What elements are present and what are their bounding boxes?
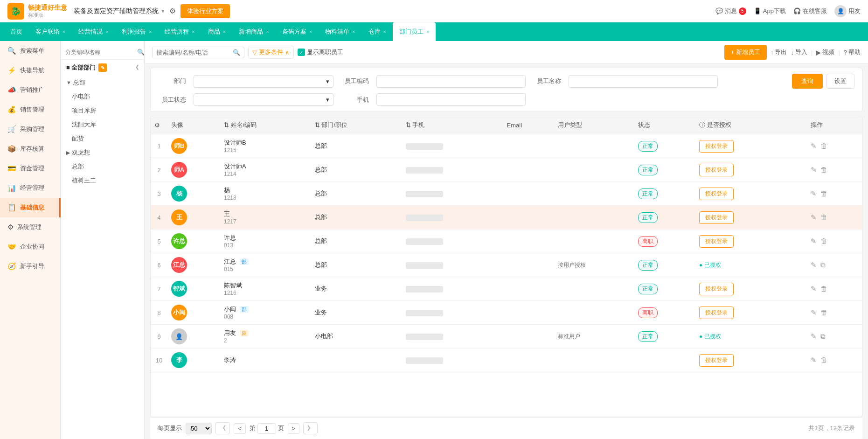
auth-button[interactable]: 授权登录 (699, 354, 734, 367)
auth-button[interactable]: 授权登录 (699, 164, 734, 176)
dept-item-xiaodian[interactable]: 小电部 (61, 90, 144, 104)
tab-home[interactable]: 首页 (4, 22, 29, 41)
close-icon[interactable]: × (105, 29, 108, 35)
close-icon[interactable]: × (426, 29, 429, 35)
edit-icon[interactable]: ✎ (811, 142, 817, 150)
sidebar-item-system[interactable]: ⚙ 系统管理 (0, 217, 61, 237)
phone-input[interactable] (376, 93, 526, 106)
tab-barcode[interactable]: 条码方案× (276, 22, 319, 41)
delete-icon[interactable]: 🗑 (820, 356, 827, 364)
edit-icon[interactable]: ✎ (811, 356, 817, 364)
sidebar-item-quicknav[interactable]: ⚡ 快捷导航 (0, 61, 61, 80)
set-button[interactable]: 设置 (826, 74, 854, 89)
copy-icon[interactable]: ⧉ (820, 261, 826, 269)
emp-name-input[interactable] (569, 75, 718, 88)
close-icon[interactable]: × (383, 29, 386, 35)
prev-page-btn[interactable]: < (234, 423, 246, 434)
dept-edit-icon[interactable]: ✎ (98, 63, 107, 72)
add-employee-button[interactable]: + 新增员工 (724, 45, 767, 60)
auth-button[interactable]: 授权登录 (699, 211, 734, 224)
close-icon[interactable]: × (149, 29, 152, 35)
delete-icon[interactable]: 🗑 (820, 189, 827, 198)
page-size-select[interactable]: 50 100 200 (186, 423, 212, 434)
auth-button[interactable]: 授权登录 (699, 235, 734, 248)
edit-icon[interactable]: ✎ (811, 213, 817, 222)
auth-button[interactable]: 授权登录 (699, 188, 734, 200)
dept-item-xiangmu[interactable]: 项目库房 (61, 104, 144, 118)
delete-icon[interactable]: 🗑 (820, 237, 827, 245)
online-service-btn[interactable]: 🎧 在线客服 (793, 7, 827, 15)
search-icon[interactable]: 🔍 (233, 49, 240, 56)
dropdown-arrow-icon[interactable]: ▾ (161, 7, 165, 14)
tab-history[interactable]: 经营历程× (158, 22, 201, 41)
dept-collapse-btn[interactable]: 《 (133, 64, 139, 72)
delete-icon[interactable]: 🗑 (820, 285, 827, 293)
more-conditions-btn[interactable]: ▽ 更多条件 ∧ (248, 46, 294, 59)
last-page-btn[interactable]: 》 (303, 422, 318, 434)
message-btn[interactable]: 💬 消息 5 (715, 7, 746, 15)
delete-icon[interactable]: 🗑 (820, 142, 827, 150)
sidebar-item-sales[interactable]: 💰 销售管理 (0, 100, 61, 119)
sidebar-item-finance[interactable]: 💳 资金管理 (0, 159, 61, 178)
edit-icon[interactable]: ✎ (811, 285, 817, 293)
delete-icon[interactable]: 🗑 (820, 213, 827, 222)
sidebar-item-collab[interactable]: 🤝 企业协同 (0, 237, 61, 257)
dept-item-shuanghu[interactable]: ▶ 双虎想 (61, 146, 144, 160)
help-btn[interactable]: ? 帮助 (844, 48, 861, 56)
sidebar-item-purchase[interactable]: 🛒 采购管理 (0, 119, 61, 139)
dept-search-icon[interactable]: 🔍 (137, 49, 145, 56)
auth-button[interactable]: 授权登录 (699, 140, 734, 153)
edit-icon[interactable]: ✎ (811, 189, 817, 198)
sidebar-item-operations[interactable]: 📊 经营管理 (0, 178, 61, 198)
close-icon[interactable]: × (192, 29, 194, 35)
edit-icon[interactable]: ✎ (811, 166, 817, 174)
close-icon[interactable]: × (352, 29, 355, 35)
emp-status-select[interactable]: ▾ (194, 93, 333, 106)
copy-icon[interactable]: ⧉ (820, 332, 826, 341)
auth-button[interactable]: 授权登录 (699, 283, 734, 295)
sidebar-item-marketing[interactable]: 📣 营销推广 (0, 80, 61, 100)
search-input[interactable] (156, 49, 231, 56)
trial-button[interactable]: 体验行业方案 (181, 4, 230, 18)
tab-dept-staff[interactable]: 部门员工× (393, 22, 436, 41)
export-btn[interactable]: ↑ 导出 (771, 48, 787, 56)
user-btn[interactable]: 👤 用友 (834, 5, 861, 17)
tab-new-goods[interactable]: 新增商品× (232, 22, 275, 41)
delete-icon[interactable]: 🗑 (820, 308, 827, 317)
show-resigned-toggle[interactable]: ✓ 显示离职员工 (298, 48, 343, 56)
auth-button[interactable]: 授权登录 (699, 307, 734, 319)
sidebar-item-basic-info[interactable]: 📋 基础信息 (0, 198, 61, 217)
edit-icon[interactable]: ✎ (811, 308, 817, 317)
gear-icon[interactable]: ⚙ (169, 7, 176, 15)
close-icon[interactable]: × (309, 29, 312, 35)
tab-business[interactable]: 经营情况× (72, 22, 115, 41)
sidebar-item-guide[interactable]: 🧭 新手引导 (0, 257, 61, 276)
dept-item-zhishu[interactable]: 植树王二 (61, 174, 144, 188)
tab-bom[interactable]: 物料清单× (319, 22, 361, 41)
dept-select[interactable]: ▾ (194, 75, 333, 88)
first-page-btn[interactable]: 《 (215, 422, 230, 434)
import-btn[interactable]: ↓ 导入 (791, 48, 807, 56)
page-input[interactable] (257, 423, 276, 434)
dept-item-peihuo[interactable]: 配货 (61, 132, 144, 146)
delete-icon[interactable]: 🗑 (820, 166, 827, 174)
view-btn[interactable]: ▶ 视频 (816, 48, 834, 56)
th-phone[interactable]: ⇅ 手机 (402, 116, 503, 134)
sidebar-item-search[interactable]: 🔍 搜索菜单 (0, 41, 61, 61)
edit-icon[interactable]: ✎ (811, 332, 817, 341)
dept-item-zongbu2[interactable]: 总部 (61, 160, 144, 174)
next-page-btn[interactable]: > (288, 423, 300, 434)
sidebar-item-inventory[interactable]: 📦 库存核算 (0, 139, 61, 159)
th-name-code[interactable]: ⇅ 姓名/编码 (220, 116, 311, 134)
close-icon[interactable]: × (223, 29, 226, 35)
th-gear[interactable]: ⚙ (151, 116, 167, 134)
query-button[interactable]: 查询 (792, 74, 823, 89)
th-dept-position[interactable]: ⇅ 部门/职位 (311, 116, 402, 134)
edit-icon[interactable]: ✎ (811, 261, 817, 269)
tab-customer[interactable]: 客户联络× (29, 22, 72, 41)
tab-profit[interactable]: 利润报告× (115, 22, 158, 41)
dept-item-zongbu[interactable]: ▼ 总部 (61, 76, 144, 90)
close-icon[interactable]: × (62, 29, 65, 35)
dept-search-input[interactable] (65, 49, 135, 56)
app-download-btn[interactable]: 📱 App下载 (754, 7, 786, 15)
